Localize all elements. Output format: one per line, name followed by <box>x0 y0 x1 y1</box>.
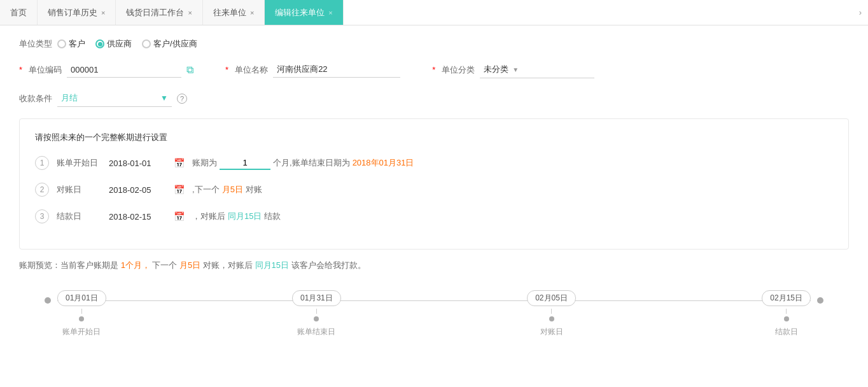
tl-label-2: 账单结束日 <box>297 327 335 337</box>
payment-dropdown[interactable]: 月结 ▼ <box>57 90 172 107</box>
step-1-calendar-icon[interactable]: 📅 <box>174 158 185 168</box>
unit-type-label: 单位类型 <box>19 38 52 50</box>
step-2-calendar-icon[interactable]: 📅 <box>174 185 185 195</box>
tab-edit-partner[interactable]: 编辑往来单位 × <box>265 0 343 25</box>
timeline-item-3: 02月05日 对账日 <box>527 290 576 337</box>
step-2-prefix: ,下一个 <box>192 184 220 195</box>
copy-icon[interactable]: ⧉ <box>186 64 193 76</box>
tab-sales-close[interactable]: × <box>101 9 105 17</box>
step-1-desc: 账期为 个月,账单结束日期为 2018年01月31日 <box>192 157 414 170</box>
step-1-label: 账单开始日 <box>57 157 101 169</box>
timeline-badge-1: 01月01日 <box>57 290 106 306</box>
radio-group: 客户 供应商 客户/供应商 <box>57 38 197 50</box>
preview-end: 该客户会给我打款。 <box>291 260 366 270</box>
tl-label-4: 结款日 <box>775 327 798 337</box>
preview-after: 对账，对账后 <box>203 260 253 270</box>
tab-partner-close[interactable]: × <box>250 9 254 17</box>
step-3-row: 3 结款日 2018-02-15 📅 ，对账后 同月15日 结款 <box>35 209 833 223</box>
tab-edit-partner-label: 编辑往来单位 <box>275 7 325 18</box>
payment-row: 收款条件 月结 ▼ ? <box>19 90 849 107</box>
step-3-date: 2018-02-15 <box>109 212 166 222</box>
preview-period: 1个月， <box>121 260 150 270</box>
step-1-date: 2018-01-01 <box>109 158 166 168</box>
section-box: 请按照未来的一个完整帐期进行设置 1 账单开始日 2018-01-01 📅 账期… <box>19 118 849 250</box>
timeline-item-2: 01月31日 账单结束日 <box>292 290 341 337</box>
step-2-row: 2 对账日 2018-02-05 📅 ,下一个 月5日 对账 <box>35 183 833 197</box>
code-label: 单位编码 <box>29 64 62 76</box>
timeline-badge-2: 01月31日 <box>292 290 341 306</box>
radio-both-circle <box>142 39 151 48</box>
tl-dot-2 <box>314 316 319 321</box>
tl-connector-2 <box>316 309 317 314</box>
preview-text: 账期预览：当前客户账期是 1个月， 下一个 月5日 对账，对账后 同月15日 该… <box>19 260 849 271</box>
tl-connector-4 <box>786 309 787 314</box>
category-group: * 单位分类 未分类 ▼ <box>432 61 594 78</box>
category-label: 单位分类 <box>442 64 475 76</box>
tab-home-label: 首页 <box>10 7 27 18</box>
tab-scroll-arrow[interactable]: › <box>853 0 868 25</box>
payment-dropdown-arrow: ▼ <box>160 94 168 102</box>
tab-home[interactable]: 首页 <box>0 0 38 25</box>
step-3-calendar-icon[interactable]: 📅 <box>174 211 185 222</box>
tab-sales-history[interactable]: 销售订单历史 × <box>38 0 116 25</box>
code-star: * <box>19 65 22 74</box>
tl-dot-1 <box>79 316 84 321</box>
preview-mid: 下一个 <box>152 260 177 270</box>
step-2-suffix: 对账 <box>246 184 262 195</box>
category-dropdown[interactable]: 未分类 ▼ <box>480 61 594 78</box>
unit-type-group: 单位类型 客户 供应商 客户/供应商 <box>19 38 197 50</box>
category-arrow-icon: ▼ <box>512 66 519 73</box>
tab-sales-label: 销售订单历史 <box>48 7 97 18</box>
period-input[interactable] <box>220 157 270 170</box>
tab-edit-partner-close[interactable]: × <box>328 9 332 17</box>
radio-customer-circle <box>57 39 66 48</box>
tab-cash-label: 钱货日清工作台 <box>126 7 184 18</box>
tl-connector-3 <box>551 309 552 314</box>
tab-cash-close[interactable]: × <box>188 9 192 17</box>
step-3-desc: ，对账后 同月15日 结款 <box>192 211 281 222</box>
timeline-badge-3: 02月05日 <box>527 290 576 306</box>
timeline-item-1: 01月01日 账单开始日 <box>57 290 106 337</box>
timeline-items: 01月01日 账单开始日 01月31日 账单结束日 02月05日 对账日 <box>57 290 811 337</box>
radio-supplier-label: 供应商 <box>107 38 132 50</box>
radio-customer-label: 客户 <box>69 38 85 50</box>
timeline-badge-4: 02月15日 <box>762 290 811 306</box>
payment-group: 收款条件 月结 ▼ ? <box>19 90 187 107</box>
name-star: * <box>225 65 228 74</box>
section-title: 请按照未来的一个完整帐期进行设置 <box>35 132 833 143</box>
step-1-num: 1 <box>35 156 49 170</box>
step-2-date: 2018-02-05 <box>109 185 166 195</box>
main-content: 单位类型 客户 供应商 客户/供应商 * 单位编码 <box>0 25 868 387</box>
preview-day: 月5日 <box>179 260 200 270</box>
step-3-num: 3 <box>35 209 49 223</box>
tl-dot-3 <box>549 316 554 321</box>
step-3-suffix: 结款 <box>264 211 281 222</box>
radio-customer[interactable]: 客户 <box>57 38 85 50</box>
code-input[interactable] <box>67 62 181 78</box>
step-2-highlight: 月5日 <box>222 184 243 195</box>
code-group: * 单位编码 ⧉ <box>19 62 193 78</box>
category-star: * <box>432 65 435 74</box>
help-icon[interactable]: ? <box>177 94 187 104</box>
code-name-row: * 单位编码 ⧉ * 单位名称 * 单位分类 未分类 ▼ <box>19 61 849 78</box>
timeline-end-dot <box>817 297 823 304</box>
radio-both-label: 客户/供应商 <box>153 38 197 50</box>
step-2-label: 对账日 <box>57 184 101 195</box>
radio-both[interactable]: 客户/供应商 <box>142 38 197 50</box>
radio-supplier[interactable]: 供应商 <box>95 38 132 50</box>
preview-label: 账期预览：当前客户账期是 <box>19 260 118 270</box>
step-2-num: 2 <box>35 183 49 197</box>
name-input[interactable] <box>273 62 400 78</box>
tab-bar: 首页 销售订单历史 × 钱货日清工作台 × 往来单位 × 编辑往来单位 × › <box>0 0 868 25</box>
step-3-prefix: ，对账后 <box>192 211 225 222</box>
step-1-highlight: 2018年01月31日 <box>353 157 414 169</box>
unit-type-row: 单位类型 客户 供应商 客户/供应商 <box>19 38 849 50</box>
radio-supplier-circle <box>95 39 104 48</box>
tab-cash-work[interactable]: 钱货日清工作台 × <box>116 0 202 25</box>
step-2-desc: ,下一个 月5日 对账 <box>192 184 262 195</box>
name-label: 单位名称 <box>235 64 268 76</box>
category-value: 未分类 <box>484 64 508 75</box>
tab-partner[interactable]: 往来单位 × <box>203 0 265 25</box>
tl-label-1: 账单开始日 <box>62 327 101 337</box>
payment-value: 月结 <box>61 92 157 104</box>
